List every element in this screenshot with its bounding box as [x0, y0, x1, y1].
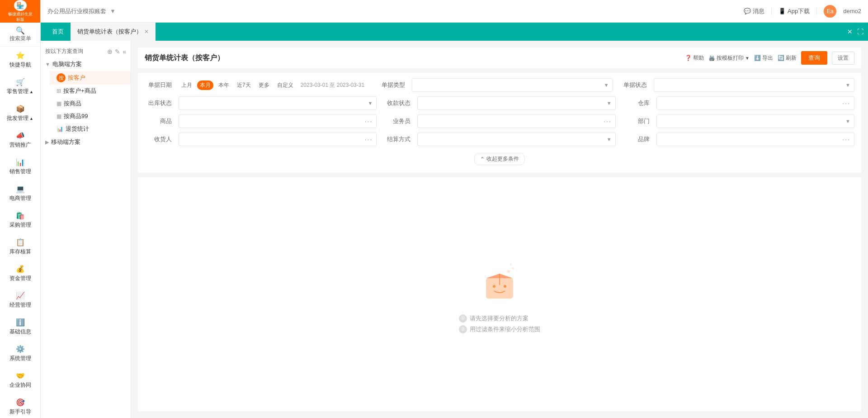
sidebar-item-newbie[interactable]: 🎯 新手引导 [0, 394, 40, 418]
tree-item-by-goods-99[interactable]: ▦ 按商品99 [50, 110, 131, 123]
settings-button[interactable]: 设置 [832, 52, 854, 65]
receiver-select[interactable]: ··· [179, 133, 377, 146]
content-area: 按以下方案查询 ⊕ ✎ « ▼ 电脑端方案 按 按客户 ⊞ 按客户 [41, 41, 868, 418]
empty-state: ① 请先选择要分析的方案 ② 用过滤条件来缩小分析范围 [138, 177, 861, 411]
tab-sales-stat[interactable]: 销货单统计表（按客户） ✕ [71, 23, 156, 41]
app-name: 办公用品行业模拟账套 [47, 7, 106, 15]
settlement-select[interactable]: ▼ [417, 133, 615, 146]
sidebar: 🏪 畅捷通好生意 标版 🔍 搜索菜单 ⭐ 快捷导航 🛒 零售管理 ▲ 📦 批发管… [0, 0, 41, 418]
export-icon: ⬇️ [754, 55, 761, 61]
sidebar-item-marketing[interactable]: 📣 营销推广 [0, 127, 40, 153]
edit-scheme-button[interactable]: ✎ [115, 48, 120, 55]
template-print-button[interactable]: 🖨️ 按模板打印 ▼ [708, 54, 750, 62]
tree-item-by-goods[interactable]: ▦ 按商品 [50, 97, 131, 110]
tree-item-by-customer-goods[interactable]: ⊞ 按客户+商品 [50, 85, 131, 97]
sidebar-item-ecom-label: 电商管理 [9, 195, 31, 202]
retail-icon: 🛒 [16, 78, 25, 86]
sidebar-item-inventory-label: 库存核算 [9, 248, 31, 256]
sidebar-item-sys-mgmt[interactable]: ⚙️ 系统管理 [0, 340, 40, 367]
sidebar-item-sales-mgmt[interactable]: 📊 销售管理 [0, 153, 40, 180]
collapse-icon: ⌃ [480, 156, 485, 162]
sidebar-item-basic-info[interactable]: ℹ️ 基础信息 [0, 314, 40, 340]
export-button[interactable]: ⬇️ 导出 [754, 54, 773, 62]
by-customer-active-icon: 按 [57, 73, 66, 82]
empty-hint-2: ② 用过滤条件来缩小分析范围 [459, 325, 540, 333]
tree-item-by-customer-label: 按客户 [68, 74, 85, 82]
tab-close-icon[interactable]: ✕ [144, 28, 149, 35]
empty-svg [477, 260, 522, 305]
by-return-icon: 📊 [57, 126, 63, 132]
tree-item-by-return[interactable]: 📊 退货统计 [50, 123, 131, 135]
warehouse-select[interactable]: ··· [656, 96, 854, 110]
tree-item-by-goods-label: 按商品 [64, 100, 81, 108]
date-custom-btn[interactable]: 自定义 [274, 81, 296, 90]
mobile-group-label: 移动端方案 [51, 138, 80, 146]
sidebar-item-inventory[interactable]: 📋 库存核算 [0, 233, 40, 260]
tab-sales-stat-label: 销货单统计表（按客户） [77, 28, 142, 36]
sales-mgmt-icon: 📊 [16, 158, 25, 166]
tab-bar-close-btn[interactable]: ✕ [847, 28, 853, 35]
date-more-btn[interactable]: 更多 [256, 81, 272, 90]
bill-status-select[interactable]: ▼ [654, 78, 854, 92]
sidebar-item-wholesale[interactable]: 📦 批发管理 ▲ [0, 100, 40, 127]
tree-group-desktop[interactable]: ▼ 电脑端方案 [41, 57, 131, 71]
header-right: 💬 消息 📱 App下载 Ea demo2 [744, 5, 861, 18]
receive-status-select[interactable]: ▼ [417, 96, 615, 110]
retail-arrow-icon: ▲ [29, 90, 33, 94]
date-last-7-btn[interactable]: 近7天 [234, 81, 254, 90]
wholesale-icon: 📦 [16, 104, 25, 113]
date-shortcuts-control: 上月 本月 本年 近7天 更多 自定义 2023-03-01 至 2023-03… [179, 78, 371, 92]
out-status-select[interactable]: ▼ [179, 96, 377, 110]
goods-label: 商品 [145, 117, 172, 125]
salesperson-select[interactable]: ··· [417, 114, 615, 128]
help-button[interactable]: ❓ 帮助 [685, 54, 704, 62]
desktop-group-label: 电脑端方案 [52, 60, 82, 68]
sidebar-item-retail[interactable]: 🛒 零售管理 ▲ [0, 73, 40, 100]
sidebar-item-operation[interactable]: 📈 经营管理 [0, 287, 40, 314]
left-panel-title: 按以下方案查询 [45, 48, 83, 55]
sidebar-item-search-label: 搜索菜单 [2, 35, 38, 43]
purchase-icon: 🛍️ [16, 211, 25, 220]
tree-item-by-customer[interactable]: 按 按客户 [50, 71, 131, 85]
query-button[interactable]: 查询 [801, 51, 827, 65]
sidebar-item-quick-nav[interactable]: ⭐ 快捷导航 [0, 47, 40, 73]
sidebar-item-finance[interactable]: 💰 资金管理 [0, 260, 40, 287]
tree-children-desktop: 按 按客户 ⊞ 按客户+商品 ▦ 按商品 ▦ 按商品99 📊 退货统计 [41, 71, 131, 135]
filter-row-4: 收货人 ··· 结算方式 ▼ 品牌 ··· [145, 133, 854, 146]
logo-text: 畅捷通好生意 [8, 12, 33, 17]
collapse-panel-button[interactable]: « [123, 48, 126, 55]
add-scheme-button[interactable]: ⊕ [107, 48, 113, 55]
download-button[interactable]: 📱 App下载 [778, 7, 810, 15]
message-button[interactable]: 💬 消息 [744, 7, 764, 15]
brand-select[interactable]: ··· [656, 133, 854, 146]
app-name-dropdown-icon[interactable]: ▼ [110, 8, 116, 14]
sidebar-item-ecom[interactable]: 💻 电商管理 [0, 180, 40, 207]
goods-select[interactable]: ··· [179, 114, 377, 128]
sidebar-item-sales-mgmt-label: 销售管理 [9, 168, 31, 176]
tab-bar-expand-btn[interactable]: ⛶ [857, 28, 863, 35]
bill-type-select[interactable]: ▼ [412, 78, 613, 92]
top-header: 办公用品行业模拟账套 ▼ 💬 消息 📱 App下载 Ea demo2 [41, 0, 868, 23]
sidebar-item-search[interactable]: 🔍 搜索菜单 [0, 23, 40, 47]
department-select[interactable]: ▼ [656, 114, 854, 128]
download-label: App下载 [788, 7, 810, 15]
sidebar-item-purchase-label: 采购管理 [9, 221, 31, 229]
newbie-icon: 🎯 [16, 398, 25, 407]
avatar[interactable]: Ea [824, 5, 836, 18]
department-label: 部门 [623, 117, 650, 125]
filter-area: 单据日期 上月 本月 本年 近7天 更多 自定义 2023-03-01 至 20… [138, 73, 861, 173]
date-prev-month-btn[interactable]: 上月 [179, 81, 195, 90]
help-icon: ❓ [685, 55, 692, 61]
collapse-button[interactable]: ⌃ 收起更多条件 [474, 153, 525, 165]
tree-group-mobile[interactable]: ▶ 移动端方案 [41, 135, 131, 149]
sidebar-item-purchase[interactable]: 🛍️ 采购管理 [0, 207, 40, 233]
logo: 🏪 畅捷通好生意 标版 [0, 0, 40, 23]
sidebar-item-newbie-label: 新手引导 [9, 408, 31, 416]
date-cur-month-btn[interactable]: 本月 [197, 81, 213, 90]
page-title: 销货单统计表（按客户） [145, 53, 224, 63]
tab-home[interactable]: 首页 [45, 23, 71, 41]
date-cur-year-btn[interactable]: 本年 [216, 81, 232, 90]
sidebar-item-enterprise[interactable]: 🤝 企业协同 [0, 367, 40, 394]
refresh-button[interactable]: 🔄 刷新 [778, 54, 797, 62]
sidebar-item-finance-label: 资金管理 [9, 275, 31, 282]
